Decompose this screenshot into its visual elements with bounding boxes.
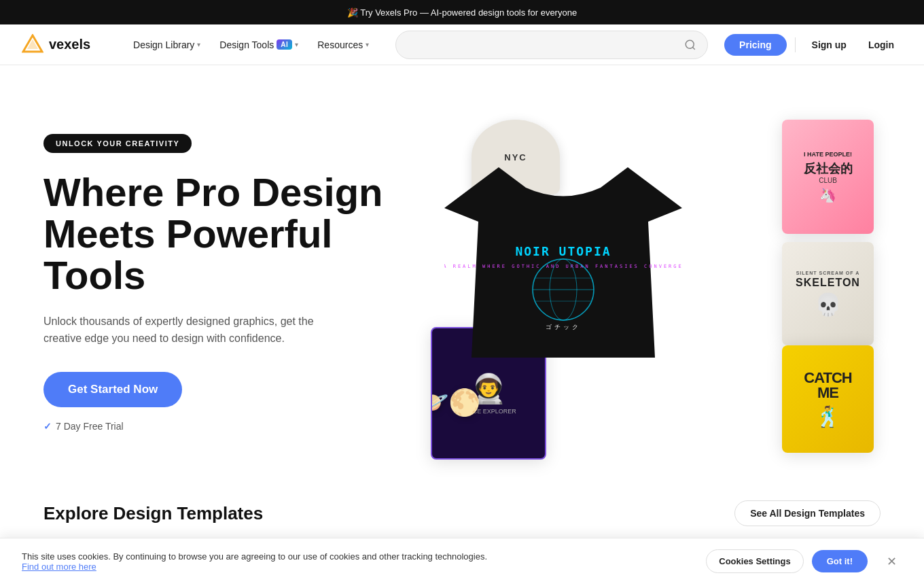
unlock-badge: UNLOCK YOUR CREATIVITY	[43, 134, 192, 153]
svg-text:NOIR UTOPIA: NOIR UTOPIA	[515, 244, 611, 258]
svg-text:A REALM WHERE GOTHIC AND URBAN: A REALM WHERE GOTHIC AND URBAN FANTASIES…	[444, 264, 682, 269]
ai-badge: AI	[277, 39, 292, 50]
design-card-japanese: I HATE PEOPLE! 反社会的 CLUB 🦄	[782, 120, 874, 234]
search-input[interactable]	[407, 39, 679, 50]
balloon-decoration: 🌍🪐🌕	[431, 388, 480, 417]
trial-text: 7 Day Free Trial	[43, 421, 410, 432]
design-card-skeleton: SILENT SCREAM OF A SKELETON 💀	[782, 242, 874, 345]
tshirt-svg: NOIR UTOPIA A REALM WHERE GOTHIC AND URB…	[444, 167, 682, 385]
got-it-button[interactable]: Got it!	[812, 550, 868, 572]
hero-title: Where Pro DesignMeets Powerful Tools	[43, 172, 410, 296]
nav-links: Design Library ▾ Design Tools AI ▾ Resou…	[107, 35, 395, 54]
navbar-right-actions: Pricing Sign up Login	[724, 34, 902, 56]
hero-section: UNLOCK YOUR CREATIVITY Where Pro DesignM…	[0, 65, 924, 487]
cookie-actions: Cookies Settings Got it! ✕	[706, 549, 902, 573]
logo-link[interactable]: vexels	[22, 34, 90, 56]
main-navbar: vexels Design Library ▾ Design Tools AI …	[0, 24, 924, 65]
hero-content: UNLOCK YOUR CREATIVITY Where Pro DesignM…	[43, 134, 410, 432]
chevron-down-icon: ▾	[197, 41, 200, 48]
pricing-button[interactable]: Pricing	[724, 34, 786, 56]
nav-item-resources[interactable]: Resources ▾	[309, 35, 377, 54]
hero-subtitle: Unlock thousands of expertly designed gr…	[43, 313, 329, 347]
cookies-settings-button[interactable]: Cookies Settings	[706, 549, 803, 573]
search-bar	[395, 31, 708, 59]
get-started-button[interactable]: Get Started Now	[43, 372, 182, 407]
nav-item-design-library[interactable]: Design Library ▾	[125, 35, 209, 54]
vexels-logo-icon	[22, 34, 43, 56]
cookie-message: This site uses cookies. By continuing to…	[22, 551, 497, 572]
nav-item-design-tools[interactable]: Design Tools AI ▾	[211, 35, 306, 54]
svg-line-3	[693, 47, 695, 49]
logo-text: vexels	[49, 37, 90, 52]
see-all-button[interactable]: See All Design Templates	[734, 500, 881, 526]
cookie-find-more-link[interactable]: Find out more here	[22, 562, 96, 572]
explore-title: Explore Design Templates	[43, 503, 263, 524]
cookie-close-button[interactable]: ✕	[881, 551, 902, 572]
svg-text:ゴチック: ゴチック	[546, 324, 581, 330]
signup-button[interactable]: Sign up	[804, 34, 855, 56]
chevron-down-icon: ▾	[366, 41, 369, 48]
nav-divider	[795, 37, 796, 52]
hero-visual: NYC NOIR UTOPIA A REALM WHERE GOTHIC AND…	[410, 106, 881, 460]
design-card-yellow: CATCHME 🕺	[782, 345, 874, 453]
login-button[interactable]: Login	[860, 34, 902, 56]
explore-header: Explore Design Templates See All Design …	[43, 500, 881, 526]
svg-point-2	[686, 40, 694, 48]
tshirt-mockup: NYC NOIR UTOPIA A REALM WHERE GOTHIC AND…	[451, 113, 682, 398]
top-bar-text: 🎉 Try Vexels Pro — AI-powered design too…	[347, 7, 577, 18]
search-icon	[684, 39, 696, 51]
top-announcement-bar: 🎉 Try Vexels Pro — AI-powered design too…	[0, 0, 924, 24]
chevron-down-icon: ▾	[295, 41, 298, 48]
cookie-banner: This site uses cookies. By continuing to…	[0, 538, 924, 584]
